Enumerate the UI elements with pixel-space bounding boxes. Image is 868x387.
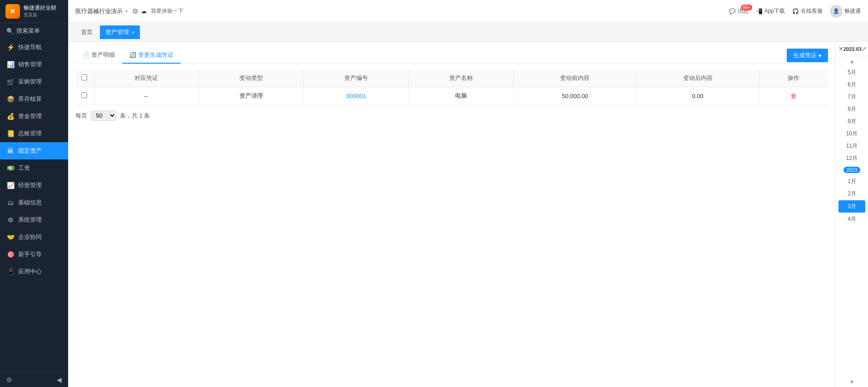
- asset-table: 对应凭证 变动类型 资产编号 资产名称 变动前内容 变动后内容 操作: [75, 69, 828, 105]
- month-item-12[interactable]: 12月: [836, 152, 868, 164]
- user-button[interactable]: 👤 畅捷通: [830, 5, 861, 18]
- chevron-down-icon[interactable]: ▾: [125, 9, 128, 14]
- generate-btn-label: 生成凭证: [793, 51, 817, 60]
- month-item-7[interactable]: 7月: [836, 91, 868, 103]
- fund-icon: 💰: [6, 113, 15, 120]
- month-item-11[interactable]: 11月: [836, 140, 868, 152]
- sidebar-item-sales[interactable]: 📊 销售管理: [0, 56, 68, 73]
- month-item-9[interactable]: 9月: [836, 115, 868, 128]
- sidebar-item-enterprise[interactable]: 🤝 企业协同: [0, 228, 68, 246]
- month-label: 9月: [848, 118, 856, 125]
- table-row: -- 资产清理 000001 电脑 50,000.00 0.00 🗑: [75, 87, 828, 105]
- row-change-type: 资产清理: [198, 87, 303, 105]
- delete-icon[interactable]: 🗑: [790, 92, 797, 99]
- app-logo-icon: 财: [5, 4, 20, 19]
- sidebar-item-quick-nav[interactable]: ⚡ 快捷导航: [0, 39, 68, 56]
- sidebar-item-label: 新手引导: [18, 250, 42, 258]
- sub-tab-asset-detail[interactable]: 📄 资产明细: [75, 47, 122, 64]
- enterprise-icon: 🤝: [6, 233, 15, 241]
- sub-tab-generate-voucher[interactable]: 🔄 变更生成凭证: [122, 47, 181, 64]
- sidebar-item-app-center[interactable]: 📱 应用中心: [0, 263, 68, 280]
- row-asset-name: 电脑: [409, 87, 514, 105]
- month-item-10[interactable]: 10月: [836, 128, 868, 140]
- right-panel: ✕ 2023.03 ⤢ ▲ 5月 6月 7月 8月: [835, 42, 868, 387]
- th-operation: 操作: [759, 69, 828, 87]
- content-area: 📄 资产明细 🔄 变更生成凭证 生成凭证 ▾: [68, 42, 835, 387]
- sidebar-item-label: 采购管理: [18, 78, 42, 86]
- th-before-change: 变动前内容: [514, 69, 636, 87]
- row-asset-no: 000001: [303, 87, 408, 105]
- experience-label[interactable]: 我要体验一下: [151, 7, 184, 15]
- sidebar-item-operations[interactable]: 📈 经营管理: [0, 177, 68, 194]
- collapse-icon[interactable]: ◀: [57, 376, 62, 383]
- search-icon: 🔍: [6, 28, 14, 35]
- month-item-1[interactable]: 1月: [836, 175, 868, 188]
- settings-icon[interactable]: ⚙: [6, 376, 12, 383]
- sidebar-item-purchase[interactable]: 🛒 采购管理: [0, 73, 68, 90]
- year-badge[interactable]: 2023: [843, 167, 860, 173]
- sidebar-search-label: 搜索菜单: [16, 27, 40, 35]
- sidebar-item-label: 经营管理: [18, 181, 42, 189]
- month-label: 11月: [846, 142, 858, 150]
- row-checkbox[interactable]: [81, 92, 87, 98]
- scroll-up-button[interactable]: ▲: [836, 56, 868, 66]
- sidebar-bottom: ⚙ ◀: [0, 372, 68, 387]
- sidebar-item-label: 资金管理: [18, 112, 42, 120]
- th-voucher: 对应凭证: [94, 69, 198, 87]
- base-info-icon: 🗂: [6, 199, 15, 206]
- sales-icon: 📊: [6, 61, 15, 68]
- sidebar-item-guide[interactable]: 🎯 新手引导: [0, 246, 68, 263]
- app-center-icon: 📱: [6, 268, 15, 275]
- sidebar: 财 畅捷通好业财 普及版 🔍 搜索菜单 ⚡ 快捷导航 📊 销售管理 🛒 采购管理…: [0, 0, 68, 387]
- ledger-icon: 📒: [6, 130, 15, 137]
- tab-home[interactable]: 首页: [75, 25, 98, 39]
- month-label: 12月: [846, 154, 858, 162]
- th-asset-name: 资产名称: [409, 69, 514, 87]
- tab-close-icon[interactable]: ×: [132, 30, 134, 35]
- purchase-icon: 🛒: [6, 78, 15, 85]
- select-all-checkbox[interactable]: [81, 74, 87, 80]
- user-label: 畅捷通: [844, 7, 861, 15]
- fixed-assets-icon: 🏛: [6, 147, 15, 154]
- month-list: 5月 6月 7月 8月 9月 10月 11月: [836, 66, 868, 377]
- month-item-8[interactable]: 8月: [836, 103, 868, 115]
- month-label: 6月: [848, 81, 856, 89]
- panel-close-icon[interactable]: ✕: [838, 45, 843, 52]
- refresh-icon: 🔄: [129, 52, 136, 58]
- sidebar-item-inventory[interactable]: 📦 库存核算: [0, 90, 68, 108]
- table-wrap: 对应凭证 变动类型 资产编号 资产名称 变动前内容 变动后内容 操作: [75, 69, 828, 105]
- sidebar-item-payroll[interactable]: 💵 工资: [0, 159, 68, 177]
- sidebar-item-label: 总账管理: [18, 129, 42, 138]
- online-service-button[interactable]: 🎧 在线客服: [792, 7, 823, 15]
- sidebar-logo: 财 畅捷通好业财 普及版: [0, 0, 68, 23]
- generate-voucher-button[interactable]: 生成凭证 ▾: [787, 49, 828, 62]
- tab-asset-management[interactable]: 资产管理 ×: [100, 25, 140, 39]
- sidebar-item-ledger[interactable]: 📒 总账管理: [0, 125, 68, 142]
- sidebar-item-system[interactable]: ⚙ 系统管理: [0, 211, 68, 228]
- scroll-down-button[interactable]: ▼: [836, 377, 868, 387]
- sidebar-item-fund[interactable]: 💰 资金管理: [0, 108, 68, 125]
- panel-expand-icon[interactable]: ⤢: [862, 45, 867, 52]
- messages-button[interactable]: 💬 消息 99+: [729, 7, 749, 15]
- sidebar-item-label: 销售管理: [18, 60, 42, 69]
- month-label: 7月: [848, 93, 856, 101]
- message-badge: 99+: [741, 5, 752, 10]
- sidebar-item-label: 固定资产: [18, 147, 42, 155]
- sub-tab-asset-detail-label: 资产明细: [91, 51, 115, 59]
- per-page-select[interactable]: 10 20 50 100: [91, 110, 116, 121]
- month-item-5[interactable]: 5月: [836, 66, 868, 79]
- sidebar-item-base-info[interactable]: 🗂 基础信息: [0, 194, 68, 211]
- sidebar-item-fixed-assets[interactable]: 🏛 固定资产: [0, 142, 68, 159]
- month-item-2[interactable]: 2月: [836, 188, 868, 200]
- month-item-3-active[interactable]: 3月: [838, 200, 865, 213]
- document-icon: 📄: [83, 52, 89, 58]
- app-download-button[interactable]: 📲 App下载: [756, 7, 785, 15]
- month-item-6[interactable]: 6月: [836, 79, 868, 91]
- month-item-4[interactable]: 4月: [836, 213, 868, 225]
- sidebar-search[interactable]: 🔍 搜索菜单: [0, 23, 68, 39]
- month-label: 3月: [848, 203, 856, 210]
- settings-gear-icon[interactable]: ⚙: [132, 7, 138, 15]
- month-label: 10月: [846, 130, 858, 138]
- message-icon: 💬: [729, 8, 736, 15]
- sidebar-nav: ⚡ 快捷导航 📊 销售管理 🛒 采购管理 📦 库存核算 💰 资金管理 📒 总账管…: [0, 39, 68, 372]
